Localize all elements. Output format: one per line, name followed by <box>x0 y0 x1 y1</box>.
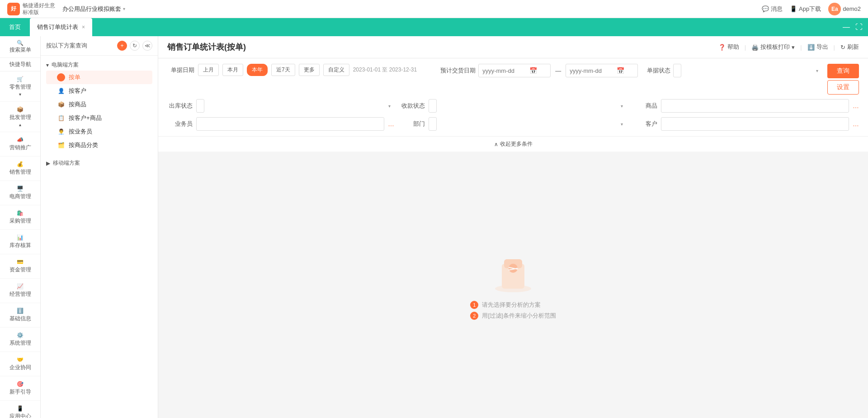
app-download-button[interactable]: 📱 App下载 <box>790 5 821 13</box>
sidebar-item-operation[interactable]: 📈 经营管理 <box>0 279 40 303</box>
sales-icon: 💰 <box>17 161 24 167</box>
sidebar-item-basic[interactable]: ℹ️ 基础信息 <box>0 303 40 328</box>
page-title: 销售订单统计表(按单) <box>167 42 246 52</box>
collapse-bar[interactable]: ∧ 收起更多条件 <box>158 136 868 152</box>
scheme-item-by-customer-goods[interactable]: 📋 按客户+商品 <box>46 111 152 125</box>
last-month-button[interactable]: 上月 <box>198 64 219 76</box>
customer-scheme-icon: 👤 <box>57 87 65 95</box>
sidebar-item-sales[interactable]: 💰 销售管理 <box>0 157 40 181</box>
apps-icon: 📱 <box>17 405 24 412</box>
calendar-start-icon[interactable]: 📅 <box>529 67 537 74</box>
empty-illustration <box>486 250 540 295</box>
app-selector[interactable]: 办公用品行业模拟账套 ▾ <box>59 3 129 15</box>
avatar: Ea <box>828 3 841 15</box>
left-panel-header: 按以下方案查询 + ↻ ≪ <box>41 36 158 56</box>
pc-scheme-group: ▾ 电脑端方案 按单 👤 按客户 📦 按商品 📋 按客户+商品 <box>41 56 158 156</box>
user-profile[interactable]: Ea demo2 <box>828 3 861 15</box>
last7days-button[interactable]: 近7天 <box>271 64 295 76</box>
sidebar-quick-nav[interactable]: 快捷导航 <box>0 58 40 71</box>
tab-close-icon[interactable]: × <box>82 24 85 30</box>
tab-home[interactable]: 首页 <box>0 18 30 36</box>
goods-more-icon[interactable]: … <box>853 102 859 109</box>
system-icon: ⚙️ <box>17 332 24 338</box>
scheme-item-by-order[interactable]: 按单 <box>46 71 152 84</box>
collapse-panel-button[interactable]: ≪ <box>142 41 152 51</box>
expected-date-start-input[interactable] <box>482 67 528 74</box>
chevron-right-icon: ▾ <box>19 92 21 97</box>
page-header: 销售订单统计表(按单) ❓ 帮助 | 🖨️ 按模板打印 ▾ | <box>158 36 868 58</box>
chevron-up-icon: ▴ <box>19 122 21 127</box>
search-icon: 🔍 <box>4 40 37 46</box>
tab-maximize-button[interactable]: ⛶ <box>854 21 864 33</box>
tab-sales-order[interactable]: 销售订单统计表 × <box>30 18 92 36</box>
export-icon: ⬇️ <box>807 44 815 51</box>
top-bar-left: 好 畅捷通好生意 标准版 办公用品行业模拟账套 ▾ <box>7 2 129 15</box>
calendar-end-icon[interactable]: 📅 <box>617 67 624 74</box>
help-button[interactable]: ❓ 帮助 <box>718 43 739 51</box>
ship-status-select[interactable] <box>196 99 204 113</box>
purchase-icon: 🛍️ <box>17 210 24 216</box>
sidebar-item-wholesale[interactable]: 📦 批发管理 ▴ <box>0 102 40 132</box>
more-date-button[interactable]: 更多 <box>299 64 320 76</box>
ship-status-cell: 出库状态 ▾ <box>167 99 394 113</box>
message-button[interactable]: 💬 消息 <box>762 5 783 13</box>
this-year-button[interactable]: 本年 <box>247 64 268 76</box>
this-month-button[interactable]: 本月 <box>222 64 243 76</box>
salesperson-input[interactable] <box>196 117 384 131</box>
scheme-item-by-goods[interactable]: 📦 按商品 <box>46 98 152 111</box>
department-select-wrapper: ▾ <box>429 117 627 131</box>
order-scheme-icon <box>57 73 65 81</box>
sidebar-item-system[interactable]: ⚙️ 系统管理 <box>0 328 40 352</box>
sidebar-item-apps[interactable]: 📱 应用中心 <box>0 401 40 418</box>
sidebar-item-ecommerce[interactable]: 🖥️ 电商管理 <box>0 181 40 205</box>
sidebar-item-purchase[interactable]: 🛍️ 采购管理 <box>0 205 40 230</box>
query-button[interactable]: 查询 <box>827 64 859 78</box>
empty-state: 1 请先选择要分析的方案 2 用[过滤]条件来缩小分析范围 <box>158 152 868 418</box>
sidebar-item-inventory[interactable]: 📊 库存核算 <box>0 230 40 254</box>
goods-scheme-icon: 📦 <box>57 100 65 109</box>
department-cell: 部门 ▾ <box>400 117 627 131</box>
goods-cell: 商品 … <box>632 99 859 113</box>
pc-scheme-group-header[interactable]: ▾ 电脑端方案 <box>46 59 152 71</box>
sidebar-search[interactable]: 🔍 搜索菜单 <box>0 36 40 58</box>
goods-input[interactable] <box>661 99 849 113</box>
wholesale-icon: 📦 <box>17 106 24 113</box>
tab-minimize-button[interactable]: — <box>841 21 852 33</box>
ship-chevron-icon: ▾ <box>388 104 391 109</box>
page-header-top: 销售订单统计表(按单) ❓ 帮助 | 🖨️ 按模板打印 ▾ | <box>167 42 859 52</box>
receipt-status-select[interactable] <box>429 99 437 113</box>
customer-more-icon[interactable]: … <box>853 120 859 128</box>
sidebar-item-newbie[interactable]: 🎯 新手引导 <box>0 376 40 401</box>
receipt-status-label: 收款状态 <box>400 102 425 110</box>
tab-bar: 首页 销售订单统计表 × — ⛶ <box>0 18 868 36</box>
scheme-item-by-salesperson[interactable]: 👨‍💼 按业务员 <box>46 125 152 138</box>
sidebar-item-enterprise[interactable]: 🤝 企业协同 <box>0 352 40 376</box>
mobile-scheme-group-header[interactable]: ▶ 移动端方案 <box>46 157 158 169</box>
help-icon: ❓ <box>718 44 726 51</box>
main-layout: 🔍 搜索菜单 快捷导航 🛒 零售管理 ▾ 📦 批发管理 ▴ 📣 营销推广 💰 销… <box>0 36 868 418</box>
export-button[interactable]: ⬇️ 导出 <box>807 43 828 51</box>
ship-status-label: 出库状态 <box>167 102 193 110</box>
department-select[interactable] <box>429 117 437 131</box>
goods-label: 商品 <box>632 102 657 110</box>
enterprise-icon: 🤝 <box>17 356 24 363</box>
template-print-button[interactable]: 🖨️ 按模板打印 ▾ <box>751 43 795 51</box>
sidebar-item-retail[interactable]: 🛒 零售管理 ▾ <box>0 71 40 102</box>
sidebar-item-marketing[interactable]: 📣 营销推广 <box>0 132 40 157</box>
customer-label: 客户 <box>632 120 657 128</box>
scheme-item-by-category[interactable]: 🗂️ 按商品分类 <box>46 138 152 152</box>
bill-status-select[interactable] <box>673 64 681 77</box>
setting-button[interactable]: 设置 <box>827 80 859 95</box>
scheme-item-by-customer[interactable]: 👤 按客户 <box>46 84 152 98</box>
custom-date-button[interactable]: 自定义 <box>323 64 349 76</box>
customer-input[interactable] <box>661 117 849 131</box>
mobile-scheme-group: ▶ 移动端方案 <box>41 156 158 171</box>
add-scheme-button[interactable]: + <box>117 41 127 51</box>
salesperson-more-icon[interactable]: … <box>388 120 394 128</box>
sidebar-item-finance[interactable]: 💳 资金管理 <box>0 254 40 279</box>
refresh-scheme-button[interactable]: ↻ <box>130 41 140 51</box>
page-actions: ❓ 帮助 | 🖨️ 按模板打印 ▾ | ⬇️ 导出 <box>718 43 859 51</box>
retail-icon: 🛒 <box>17 76 24 82</box>
refresh-button[interactable]: ↻ 刷新 <box>840 43 859 51</box>
expected-date-end-input[interactable] <box>570 67 615 74</box>
